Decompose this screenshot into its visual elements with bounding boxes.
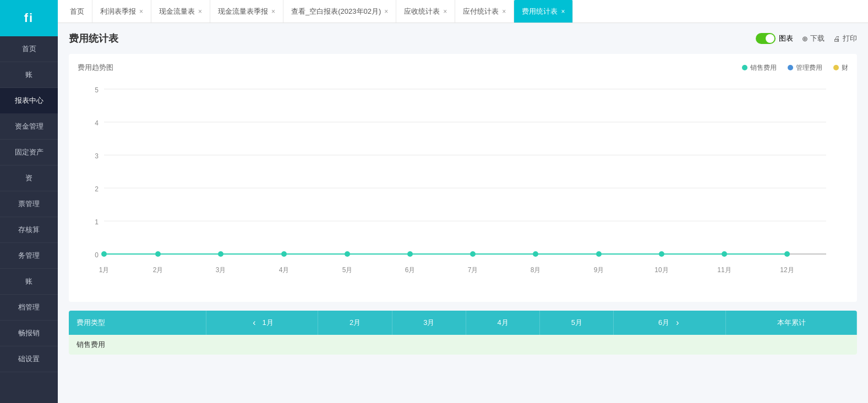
sidebar-item-account[interactable]: 账	[0, 62, 58, 88]
legend-dot-finance	[833, 65, 839, 70]
tab-close-blank-report[interactable]: ×	[384, 8, 388, 15]
table-nav-next[interactable]: ›	[674, 318, 681, 328]
row-type: 销售费用	[69, 335, 206, 355]
svg-text:2: 2	[95, 185, 99, 193]
tab-close-receivable[interactable]: ×	[443, 8, 447, 15]
svg-text:11月: 11月	[717, 266, 731, 274]
chart-toggle-label: 图表	[779, 34, 793, 43]
download-icon: ⊕	[802, 35, 808, 43]
sidebar-item-reports[interactable]: 报表中心	[0, 88, 58, 114]
sidebar: fi 首页 账 报表中心 资金管理 固定资产 资 票管理 存核算 务管理 账 档…	[0, 0, 58, 403]
page-title: 费用统计表	[69, 32, 118, 45]
sidebar-item-capital[interactable]: 资	[0, 165, 58, 191]
page-header: 费用统计表 图表 ⊕ 下载 🖨 打印	[69, 32, 857, 45]
legend-admin: 管理费用	[788, 63, 822, 73]
svg-point-17	[407, 251, 413, 257]
row-val-6	[614, 335, 726, 355]
download-button[interactable]: ⊕ 下载	[802, 34, 825, 43]
tab-cashflow[interactable]: 现金流量表 ×	[151, 0, 210, 23]
page-content: 费用统计表 图表 ⊕ 下载 🖨 打印 费用趋势图	[58, 23, 868, 403]
col-header-1: ‹ 1月	[206, 311, 318, 335]
tab-home[interactable]: 首页	[62, 0, 92, 23]
sidebar-item-inventory[interactable]: 存核算	[0, 217, 58, 243]
col-header-3: 3月	[392, 311, 466, 335]
sidebar-item-invoice[interactable]: 票管理	[0, 191, 58, 217]
svg-text:10月: 10月	[654, 266, 668, 274]
svg-text:2月: 2月	[153, 266, 163, 274]
sidebar-item-funds[interactable]: 资金管理	[0, 114, 58, 140]
svg-text:8月: 8月	[531, 266, 541, 274]
tab-receivable[interactable]: 应收统计表 ×	[396, 0, 455, 23]
tab-cashflow-quarterly[interactable]: 现金流量表季报 ×	[210, 0, 283, 23]
header-actions: 图表 ⊕ 下载 🖨 打印	[756, 33, 857, 44]
sidebar-item-ledger[interactable]: 账	[0, 269, 58, 295]
svg-point-18	[470, 251, 476, 257]
row-val-1	[206, 335, 318, 355]
table-nav-prev[interactable]: ‹	[250, 318, 258, 328]
legend-label-admin: 管理费用	[796, 63, 822, 73]
tab-close-cashflow[interactable]: ×	[198, 8, 202, 15]
tab-close-expense-stats[interactable]: ×	[561, 8, 565, 15]
print-button[interactable]: 🖨 打印	[833, 34, 857, 43]
chart-card: 费用趋势图 销售费用 管理费用 财	[69, 54, 857, 302]
print-icon: 🖨	[833, 35, 840, 43]
chart-legend: 销售费用 管理费用 财	[742, 63, 848, 73]
row-val-4	[466, 335, 539, 355]
tab-profit-quarterly[interactable]: 利润表季报 ×	[92, 0, 151, 23]
svg-point-16	[345, 251, 350, 257]
svg-text:5月: 5月	[342, 266, 353, 274]
legend-finance: 财	[833, 63, 848, 73]
svg-point-14	[218, 251, 223, 257]
legend-label-finance: 财	[842, 63, 848, 73]
tab-blank-report[interactable]: 查看_空白报表(2023年02月) ×	[283, 0, 396, 23]
svg-text:4月: 4月	[279, 266, 290, 274]
data-table: 费用类型 ‹ 1月 2月 3月 4月 5月	[69, 311, 857, 355]
tab-bar: 首页 利润表季报 × 现金流量表 × 现金流量表季报 × 查看_空白报表(202…	[58, 0, 868, 23]
svg-point-19	[533, 251, 538, 257]
sidebar-item-assets[interactable]: 固定资产	[0, 140, 58, 165]
tab-close-payable[interactable]: ×	[502, 8, 506, 15]
chart-toggle[interactable]	[756, 33, 776, 44]
svg-point-15	[281, 251, 287, 257]
svg-text:1: 1	[95, 218, 99, 226]
svg-text:1月: 1月	[99, 266, 110, 274]
col-header-5: 5月	[540, 311, 614, 335]
col-header-ytd: 本年累计	[726, 311, 857, 335]
table-row: 销售费用	[69, 335, 857, 355]
col-header-2: 2月	[318, 311, 392, 335]
sidebar-item-service[interactable]: 务管理	[0, 243, 58, 269]
svg-text:7月: 7月	[468, 266, 478, 274]
svg-text:5: 5	[95, 86, 99, 94]
tab-close-cashflow-quarterly[interactable]: ×	[271, 8, 275, 15]
tab-payable[interactable]: 应付统计表 ×	[455, 0, 514, 23]
col-header-6: 6月 ›	[614, 311, 726, 335]
row-val-2	[318, 335, 392, 355]
tab-expense-stats[interactable]: 费用统计表 ×	[514, 0, 573, 23]
svg-text:12月: 12月	[780, 266, 794, 274]
legend-sales: 销售费用	[742, 63, 777, 73]
svg-text:4: 4	[95, 119, 99, 127]
svg-text:0: 0	[95, 251, 99, 259]
sidebar-item-settings[interactable]: 础设置	[0, 346, 58, 372]
legend-label-sales: 销售费用	[750, 63, 777, 73]
chart-header: 费用趋势图 销售费用 管理费用 财	[78, 63, 848, 73]
sidebar-item-home[interactable]: 首页	[0, 36, 58, 62]
col-header-type: 费用类型	[69, 311, 206, 335]
row-val-5	[540, 335, 614, 355]
svg-text:3: 3	[95, 152, 99, 160]
svg-point-20	[596, 251, 602, 257]
chart-title: 费用趋势图	[78, 63, 113, 73]
legend-dot-admin	[788, 65, 793, 70]
col-header-4: 4月	[466, 311, 539, 335]
svg-text:3月: 3月	[216, 266, 226, 274]
sidebar-item-expense[interactable]: 畅报销	[0, 321, 58, 346]
row-val-ytd	[726, 335, 857, 355]
row-val-3	[392, 335, 466, 355]
tab-close-profit-quarterly[interactable]: ×	[139, 8, 143, 15]
sidebar-item-archive[interactable]: 档管理	[0, 295, 58, 321]
svg-point-21	[659, 251, 664, 257]
chart-toggle-wrapper: 图表	[756, 33, 793, 44]
svg-point-23	[784, 251, 790, 257]
svg-point-13	[155, 251, 161, 257]
sidebar-logo: fi	[0, 0, 58, 36]
